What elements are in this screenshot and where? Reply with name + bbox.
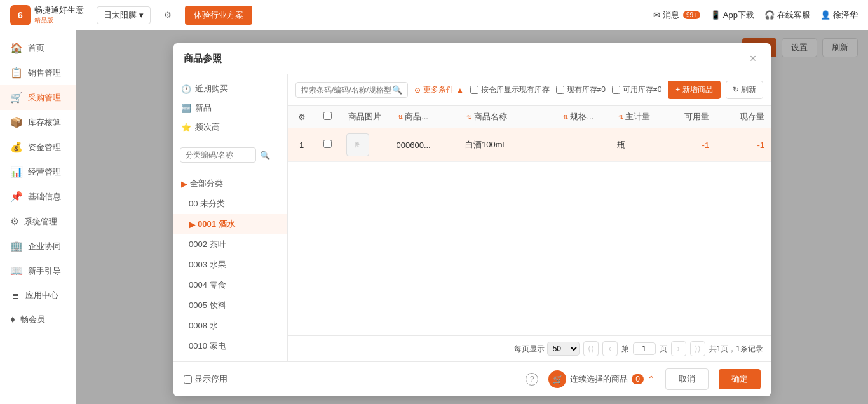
refresh-modal-button[interactable]: ↻ 刷新 [726, 81, 763, 99]
category-0010[interactable]: 0010 家电 [173, 336, 287, 356]
sidebar-item-enterprise[interactable]: 🏢 企业协同 [0, 234, 76, 259]
cell-name: 白酒100ml [459, 128, 555, 162]
modal-header: 商品参照 × [173, 43, 771, 74]
user-profile[interactable]: 👤 徐泽华 [820, 10, 858, 21]
cancel-button[interactable]: 取消 [665, 368, 709, 390]
col-header-code[interactable]: ⇅ 商品... [390, 106, 459, 128]
experience-button[interactable]: 体验行业方案 [185, 6, 252, 25]
online-service-button[interactable]: 🎧 在线客服 [764, 10, 810, 21]
sort-icon-spec: ⇅ [563, 114, 568, 121]
prev-page-button[interactable]: ‹ [602, 341, 618, 356]
available-nonzero-checkbox[interactable] [612, 86, 620, 94]
nav-selector[interactable]: 日太阳膜 ▾ [97, 6, 151, 24]
help-icon[interactable]: ? [526, 373, 538, 386]
per-page-select[interactable]: 50 10 20 100 [547, 342, 580, 356]
modal-close-button[interactable]: × [745, 51, 761, 66]
sales-icon: 📋 [10, 67, 23, 79]
modal-body: 🕐 近期购买 🆕 新品 ⭐ 频次高 [173, 74, 771, 361]
product-search-input[interactable] [301, 86, 392, 95]
sidebar-item-home[interactable]: 🏠 首页 [0, 36, 76, 60]
table-row[interactable]: 1 图 000600... 白酒100ml 瓶 -1 -1 [288, 128, 771, 162]
sidebar-item-purchase[interactable]: 🛒 采购管理 [0, 85, 76, 110]
logo-icon: 6 [10, 5, 31, 25]
sidebar-label-appstore: 应用中心 [25, 290, 58, 301]
expand-icon: ▶ [181, 179, 187, 189]
category-0001[interactable]: ▶ 0001 酒水 [173, 214, 287, 234]
continuous-label: 连续选择的商品 [570, 374, 628, 385]
sidebar-item-sales[interactable]: 📋 销售管理 [0, 60, 76, 85]
shortcut-new-label: 新品 [195, 102, 212, 114]
cell-check[interactable] [315, 128, 340, 162]
select-all-checkbox[interactable] [323, 112, 332, 120]
category-0004-label: 0004 零食 [189, 279, 226, 291]
stock-nonzero-checkbox[interactable] [556, 86, 564, 94]
nav-selector-arrow: ▾ [139, 10, 144, 20]
category-search-input[interactable] [180, 147, 256, 163]
category-all[interactable]: ▶ 全部分类 [173, 173, 287, 194]
sidebar-item-system[interactable]: ⚙ 系统管理 [0, 209, 76, 234]
category-0005[interactable]: 0005 饮料 [173, 295, 287, 316]
pagination: 每页显示 50 10 20 100 ⟨⟨ ‹ 第 [288, 335, 771, 361]
per-page-label: 每页显示 [514, 344, 545, 354]
category-0008-label: 0008 水 [189, 320, 218, 332]
sidebar-item-inventory[interactable]: 📦 库存核算 [0, 110, 76, 135]
category-00[interactable]: 00 未分类 [173, 194, 287, 214]
show-disabled-checkbox[interactable] [184, 375, 192, 384]
sort-icon-unit: ⇅ [618, 114, 623, 121]
settings-col-icon[interactable]: ⚙ [298, 112, 306, 122]
shortcut-recent[interactable]: 🕐 近期购买 [173, 79, 287, 98]
message-icon: ✉ [653, 10, 660, 20]
row-checkbox[interactable] [323, 140, 332, 148]
sidebar-item-basic[interactable]: 📌 基础信息 [0, 184, 76, 209]
appstore-icon: 🖥 [10, 290, 20, 301]
warehouse-checkbox-wrap[interactable]: 按仓库显示现有库存 [470, 84, 550, 95]
category-0008[interactable]: 0008 水 [173, 316, 287, 336]
last-page-button[interactable]: ⟩⟩ [690, 341, 705, 356]
shortcut-frequent-label: 频次高 [195, 121, 220, 133]
user-name: 徐泽华 [833, 10, 858, 21]
continuous-count: 0 [632, 374, 644, 384]
cell-available: -1 [660, 128, 715, 162]
category-0003[interactable]: 0003 水果 [173, 255, 287, 275]
sidebar-label-purchase: 采购管理 [28, 92, 61, 104]
col-header-unit[interactable]: ⇅ 主计量 [611, 106, 661, 128]
stock-nonzero-checkbox-wrap[interactable]: 现有库存≠0 [556, 84, 606, 95]
sidebar-item-finance[interactable]: 💰 资金管理 [0, 135, 76, 159]
sidebar-item-appstore[interactable]: 🖥 应用中心 [0, 283, 76, 307]
add-product-button[interactable]: + 新增商品 [668, 81, 720, 99]
product-panel: 🔍 ⊙ 更多条件 ▲ 按仓库显示现有库存 [288, 74, 771, 361]
show-disabled-checkbox-wrap[interactable]: 显示停用 [184, 374, 227, 385]
col-header-stock: 现存量 [715, 106, 771, 128]
app-download-button[interactable]: 📱 App下载 [710, 10, 754, 21]
sidebar-item-guide[interactable]: 📖 新手引导 [0, 259, 76, 283]
category-search-icon[interactable]: 🔍 [260, 151, 270, 160]
top-nav: 6 畅捷通好生意 精品版 日太阳膜 ▾ ⚙ 体验行业方案 ✉ 消息 99+ 📱 … [0, 0, 868, 30]
category-panel: 🕐 近期购买 🆕 新品 ⭐ 频次高 [173, 74, 288, 361]
page-input[interactable] [633, 342, 656, 355]
headset-icon: 🎧 [764, 10, 775, 20]
sidebar-item-operations[interactable]: 📊 经营管理 [0, 159, 76, 184]
available-nonzero-checkbox-wrap[interactable]: 可用库存≠0 [612, 84, 661, 95]
nav-selector-label: 日太阳膜 [104, 10, 137, 21]
category-0004[interactable]: 0004 零食 [173, 275, 287, 295]
modal-title: 商品参照 [184, 53, 222, 65]
shortcut-frequent[interactable]: ⭐ 频次高 [173, 118, 287, 137]
next-page-button[interactable]: › [671, 341, 686, 356]
enterprise-icon: 🏢 [10, 240, 23, 252]
basic-icon: 📌 [10, 191, 23, 203]
filter-button[interactable]: ⊙ 更多条件 ▲ [414, 84, 464, 95]
messages-button[interactable]: ✉ 消息 99+ [653, 10, 700, 21]
col-header-spec[interactable]: ⇅ 规格... [555, 106, 611, 128]
cell-stock: -1 [715, 128, 771, 162]
warehouse-checkbox[interactable] [470, 86, 478, 94]
col-header-name[interactable]: ⇅ 商品名称 [459, 106, 555, 128]
product-search-icon[interactable]: 🔍 [392, 85, 402, 95]
first-page-button[interactable]: ⟨⟨ [583, 341, 599, 356]
category-0002[interactable]: 0002 茶叶 [173, 234, 287, 255]
collapse-arrow[interactable]: ⌃ [648, 374, 655, 384]
sidebar-item-member[interactable]: ♦ 畅会员 [0, 307, 76, 332]
shortcut-new[interactable]: 🆕 新品 [173, 98, 287, 118]
sidebar-label-enterprise: 企业协同 [28, 241, 61, 252]
confirm-button[interactable]: 确定 [719, 369, 761, 389]
gear-button[interactable]: ⚙ [158, 6, 177, 25]
